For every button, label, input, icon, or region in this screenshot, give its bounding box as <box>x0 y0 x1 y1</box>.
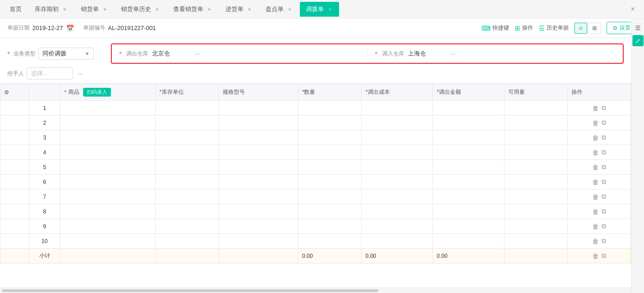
row-amount-cell[interactable] <box>433 130 504 145</box>
row-spec-cell[interactable] <box>219 101 298 116</box>
tab-stocktake[interactable]: 盘点单 × <box>260 2 299 17</box>
copy-icon[interactable]: ⧉ <box>601 119 606 127</box>
delete-icon[interactable]: 🗑 <box>592 164 599 171</box>
row-spec-cell[interactable] <box>219 204 298 219</box>
row-spec-cell[interactable] <box>219 175 298 189</box>
row-cost-cell[interactable] <box>361 189 432 204</box>
row-spec-cell[interactable] <box>219 116 298 130</box>
row-unit-cell[interactable] <box>156 175 219 189</box>
window-close-button[interactable]: × <box>626 2 640 17</box>
row-product-cell[interactable] <box>61 204 156 219</box>
delete-icon[interactable]: 🗑 <box>592 149 599 156</box>
handler-more-icon[interactable]: ··· <box>76 70 85 77</box>
row-unit-cell[interactable] <box>156 189 219 204</box>
row-amount-cell[interactable] <box>433 175 504 189</box>
row-qty-cell[interactable] <box>298 234 361 249</box>
tab-close-stocktake[interactable]: × <box>286 6 293 12</box>
tab-view-sales[interactable]: 查看销货单 × <box>167 2 219 17</box>
row-unit-cell[interactable] <box>156 145 219 160</box>
scan-button[interactable]: 扫码录入 <box>83 88 111 97</box>
right-panel-expand-btn[interactable]: ⤢ <box>632 35 644 46</box>
row-unit-cell[interactable] <box>156 234 219 249</box>
row-unit-cell[interactable] <box>156 160 219 175</box>
row-unit-cell[interactable] <box>156 101 219 116</box>
row-product-cell[interactable] <box>61 189 156 204</box>
calendar-icon[interactable]: 📅 <box>66 24 74 32</box>
row-amount-cell[interactable] <box>433 160 504 175</box>
history-button[interactable]: ☰ 历史单据 <box>539 24 569 32</box>
copy-icon[interactable]: ⧉ <box>601 104 606 112</box>
row-qty-cell[interactable] <box>298 204 361 219</box>
row-cost-cell[interactable] <box>361 130 432 145</box>
row-cost-cell[interactable] <box>361 219 432 234</box>
row-spec-cell[interactable] <box>219 130 298 145</box>
warehouse-out-more-icon[interactable]: ··· <box>193 50 202 57</box>
th-gear[interactable]: ⚙ <box>0 84 29 101</box>
row-spec-cell[interactable] <box>219 189 298 204</box>
layout-btn-grid[interactable]: ⊞ <box>588 23 601 34</box>
row-spec-cell[interactable] <box>219 234 298 249</box>
tab-close-view-sales[interactable]: × <box>206 6 213 12</box>
row-amount-cell[interactable] <box>433 101 504 116</box>
row-qty-cell[interactable] <box>298 116 361 130</box>
row-amount-cell[interactable] <box>433 116 504 130</box>
row-product-cell[interactable] <box>61 101 156 116</box>
row-cost-cell[interactable] <box>361 145 432 160</box>
row-product-cell[interactable] <box>61 219 156 234</box>
right-panel-list-btn[interactable]: ☰ <box>632 22 644 33</box>
row-amount-cell[interactable] <box>433 204 504 219</box>
delete-icon[interactable]: 🗑 <box>592 252 599 260</box>
row-product-cell[interactable] <box>61 160 156 175</box>
delete-icon[interactable]: 🗑 <box>592 119 599 127</box>
row-product-cell[interactable] <box>61 234 156 249</box>
row-unit-cell[interactable] <box>156 219 219 234</box>
copy-icon[interactable]: ⧉ <box>601 208 606 215</box>
delete-icon[interactable]: 🗑 <box>592 178 599 186</box>
layout-btn-list[interactable]: ≡ <box>574 23 587 34</box>
delete-icon[interactable]: 🗑 <box>592 208 599 215</box>
copy-icon[interactable]: ⧉ <box>601 178 606 186</box>
row-amount-cell[interactable] <box>433 234 504 249</box>
copy-icon[interactable]: ⧉ <box>601 222 606 230</box>
copy-icon[interactable]: ⧉ <box>601 237 606 245</box>
copy-icon[interactable]: ⧉ <box>601 193 606 201</box>
delete-icon[interactable]: 🗑 <box>592 238 599 245</box>
row-qty-cell[interactable] <box>298 101 361 116</box>
action-button[interactable]: ⊞ 操作 <box>515 24 533 32</box>
delete-icon[interactable]: 🗑 <box>592 104 599 112</box>
row-cost-cell[interactable] <box>361 204 432 219</box>
row-qty-cell[interactable] <box>298 160 361 175</box>
tab-close-sales-history[interactable]: × <box>154 6 160 12</box>
row-cost-cell[interactable] <box>361 234 432 249</box>
tab-close-transfer[interactable]: × <box>327 6 333 12</box>
row-cost-cell[interactable] <box>361 175 432 189</box>
row-amount-cell[interactable] <box>433 219 504 234</box>
row-unit-cell[interactable] <box>156 116 219 130</box>
copy-icon[interactable]: ⧉ <box>601 163 606 171</box>
scrollbar-thumb[interactable] <box>2 289 378 292</box>
row-qty-cell[interactable] <box>298 219 361 234</box>
row-product-cell[interactable] <box>61 116 156 130</box>
row-product-cell[interactable] <box>61 130 156 145</box>
tab-inventory[interactable]: 库存期初 × <box>29 2 74 17</box>
row-spec-cell[interactable] <box>219 160 298 175</box>
copy-icon[interactable]: ⧉ <box>601 148 606 156</box>
horizontal-scrollbar[interactable] <box>0 287 631 293</box>
copy-icon[interactable]: ⧉ <box>601 134 606 141</box>
row-qty-cell[interactable] <box>298 145 361 160</box>
tab-sales-history[interactable]: 销货单历史 × <box>115 2 166 17</box>
delete-icon[interactable]: 🗑 <box>592 134 599 141</box>
handler-select[interactable]: 选择... <box>27 67 73 79</box>
copy-icon[interactable]: ⧉ <box>601 252 606 260</box>
row-spec-cell[interactable] <box>219 145 298 160</box>
row-spec-cell[interactable] <box>219 219 298 234</box>
row-cost-cell[interactable] <box>361 160 432 175</box>
tab-close-inventory[interactable]: × <box>61 6 68 12</box>
tab-home[interactable]: 首页 <box>4 2 28 17</box>
tab-transfer[interactable]: 调拨单 × <box>300 2 339 17</box>
tab-sales[interactable]: 销货单 × <box>75 2 114 17</box>
row-product-cell[interactable] <box>61 145 156 160</box>
row-qty-cell[interactable] <box>298 130 361 145</box>
row-qty-cell[interactable] <box>298 175 361 189</box>
tab-purchase[interactable]: 进货单 × <box>219 2 259 17</box>
